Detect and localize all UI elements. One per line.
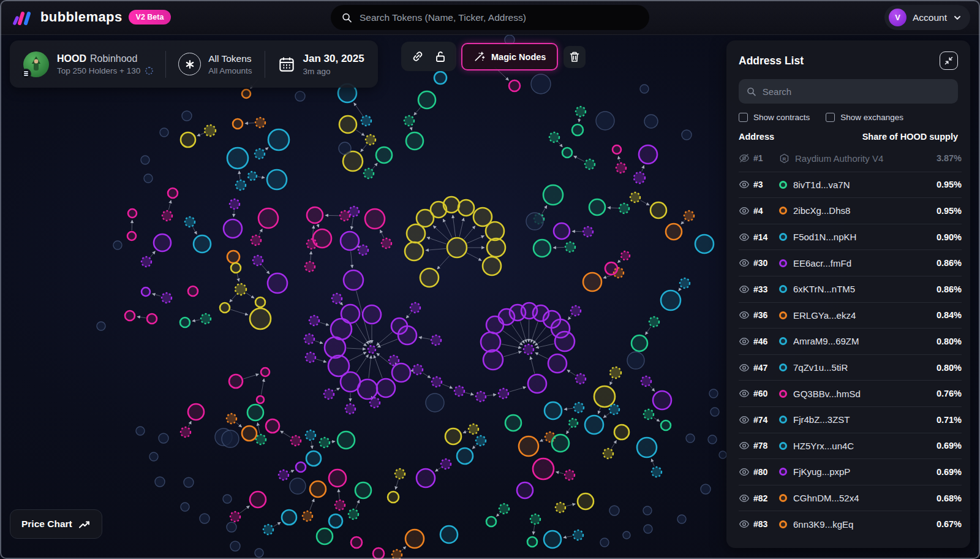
bubble-dotted[interactable]: [573, 530, 583, 540]
bubble-plain[interactable]: [97, 322, 105, 330]
bubble[interactable]: [420, 268, 439, 287]
bubble-plain[interactable]: [227, 522, 236, 532]
bubble-plain[interactable]: [682, 130, 692, 140]
bubble-plain[interactable]: [113, 241, 122, 249]
bubble-dotted[interactable]: [476, 436, 486, 446]
bubble[interactable]: [483, 257, 501, 275]
eye-icon[interactable]: [739, 310, 753, 321]
address-row[interactable]: #74Fjr4bZ...3ZST0.71%: [739, 406, 962, 433]
bubble-plain[interactable]: [144, 174, 153, 183]
address-row[interactable]: #1 RRaydium Authority V43.87%: [739, 145, 962, 172]
bubble-dotted[interactable]: [431, 335, 441, 345]
address-search-input[interactable]: [763, 86, 950, 97]
bubble[interactable]: [486, 517, 496, 527]
bubble-dotted[interactable]: [652, 467, 662, 477]
bubble[interactable]: [392, 363, 410, 382]
bubble[interactable]: [637, 438, 657, 457]
bubble-dotted[interactable]: [441, 459, 451, 469]
bubble-dotted[interactable]: [230, 199, 239, 209]
bubble-dotted[interactable]: [255, 118, 265, 127]
bubble[interactable]: [486, 222, 504, 240]
bubble-dotted[interactable]: [524, 344, 533, 354]
bubble-plain[interactable]: [526, 213, 543, 230]
token-filter[interactable]: All Tokens All Amounts: [178, 53, 252, 75]
bubble-plain[interactable]: [643, 506, 652, 515]
bubble-plain[interactable]: [531, 74, 551, 94]
bubble[interactable]: [666, 224, 682, 240]
bubble[interactable]: [224, 219, 242, 238]
bubble-plain[interactable]: [141, 156, 149, 164]
bubble[interactable]: [257, 396, 264, 403]
bubble-dotted[interactable]: [684, 211, 694, 221]
bubble[interactable]: [194, 235, 211, 253]
bubble[interactable]: [242, 89, 251, 98]
bubble[interactable]: [457, 448, 473, 464]
bubble[interactable]: [247, 405, 263, 420]
bubble[interactable]: [258, 208, 278, 228]
bubble[interactable]: [376, 147, 392, 163]
bubble-dotted[interactable]: [305, 262, 315, 272]
bubble-dotted[interactable]: [432, 377, 442, 387]
eye-icon[interactable]: [739, 257, 753, 268]
bubble[interactable]: [695, 235, 714, 253]
bubble-dotted[interactable]: [279, 470, 288, 480]
bubble[interactable]: [572, 124, 583, 135]
bubble[interactable]: [188, 404, 204, 420]
bubble[interactable]: [481, 332, 500, 352]
bubble-dotted[interactable]: [565, 470, 575, 480]
bubble[interactable]: [358, 379, 377, 399]
eye-off-icon[interactable]: [739, 153, 753, 164]
bubble[interactable]: [578, 493, 594, 509]
bubble[interactable]: [341, 232, 359, 250]
bubble[interactable]: [355, 482, 371, 498]
bubble[interactable]: [325, 337, 345, 358]
collapse-panel-button[interactable]: [940, 51, 958, 70]
bubble-dotted[interactable]: [205, 125, 216, 136]
bubble[interactable]: [351, 537, 362, 548]
bubble[interactable]: [329, 470, 346, 487]
bubble[interactable]: [188, 286, 198, 296]
bubble-plain[interactable]: [136, 427, 145, 435]
bubble-dotted[interactable]: [335, 500, 345, 510]
bubble-dotted[interactable]: [309, 316, 319, 325]
bubble-dotted[interactable]: [201, 314, 211, 324]
eye-icon[interactable]: [739, 388, 753, 399]
bubble[interactable]: [407, 224, 425, 243]
address-row[interactable]: #46AmraM9...69ZM0.80%: [739, 328, 962, 354]
magic-nodes-button[interactable]: Magic Nodes: [461, 43, 558, 70]
bubble-plain[interactable]: [222, 430, 239, 447]
token-summary[interactable]: HOODRobinhood Top 250 Holders + 130: [23, 51, 153, 77]
bubble-dotted[interactable]: [227, 414, 236, 424]
bubble-dotted[interactable]: [236, 180, 246, 190]
bubble[interactable]: [614, 425, 629, 439]
show-contracts-checkbox[interactable]: Show contracts: [739, 113, 810, 122]
bubble[interactable]: [154, 234, 171, 251]
bubble[interactable]: [583, 273, 601, 291]
bubble[interactable]: [255, 297, 265, 307]
bubble-dotted[interactable]: [306, 430, 315, 440]
bubble[interactable]: [398, 326, 417, 344]
bubble-dotted[interactable]: [616, 163, 626, 173]
bubble[interactable]: [555, 332, 575, 351]
bubble[interactable]: [168, 188, 178, 198]
address-row[interactable]: #477qZv1u...5tiR0.80%: [739, 354, 962, 381]
bubble-plain[interactable]: [701, 484, 710, 494]
bubble-dotted[interactable]: [583, 227, 593, 237]
eye-icon[interactable]: [739, 493, 753, 504]
bubble-dotted[interactable]: [370, 398, 380, 408]
bubble[interactable]: [505, 415, 521, 431]
bubble-dotted[interactable]: [382, 238, 391, 248]
bubble[interactable]: [125, 311, 135, 321]
bubble[interactable]: [445, 428, 461, 444]
bubble[interactable]: [250, 308, 271, 329]
price-chart-button[interactable]: Price Chart: [10, 509, 102, 539]
brand[interactable]: bubblemaps V2 Beta: [10, 8, 171, 26]
bubble-dotted[interactable]: [361, 116, 371, 126]
bubble-plain[interactable]: [719, 451, 726, 458]
eye-icon[interactable]: [739, 362, 753, 373]
bubble-dotted[interactable]: [410, 303, 420, 313]
eye-icon[interactable]: [739, 440, 753, 451]
bubble-plain[interactable]: [181, 503, 189, 511]
bubble[interactable]: [417, 469, 435, 487]
bubble-dotted[interactable]: [404, 116, 414, 126]
